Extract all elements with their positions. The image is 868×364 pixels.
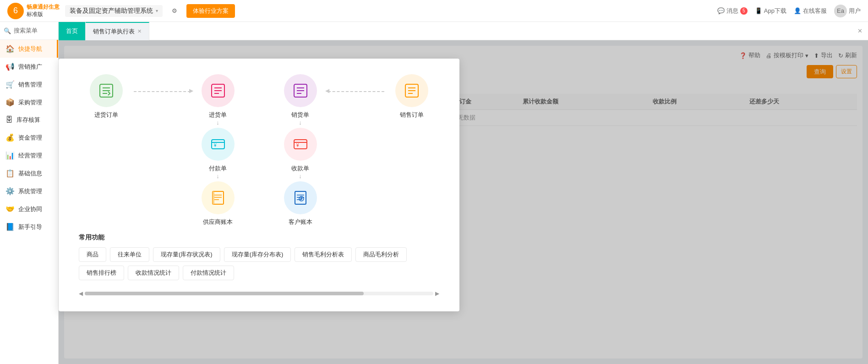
brand-name: 畅康通好生意 xyxy=(27,4,60,11)
flow-node-purchase-order[interactable]: 进货订单 xyxy=(79,74,134,119)
basicinfo-icon: 📋 xyxy=(5,169,15,178)
inventory-icon: 🗄 xyxy=(5,116,13,124)
common-func-title: 常用功能 xyxy=(79,234,439,242)
flow-node-payment[interactable]: ¥ 付款单 xyxy=(191,128,246,173)
brand-version: 标准版 xyxy=(27,11,60,18)
sidebar-item-inventory[interactable]: 🗄 库存核算 xyxy=(0,111,58,129)
arrow-down-sales: ↓ xyxy=(273,119,328,126)
system-title[interactable]: 装备及固定资产辅助管理系统 ▾ xyxy=(65,5,163,17)
scroll-left-arrow[interactable]: ◀ xyxy=(79,290,83,297)
page-content: ❓ 帮助 🖨 按模板打印 ▾ ⬆ 导出 ↻ xyxy=(59,40,868,364)
avatar: Ea xyxy=(834,5,847,17)
func-btn-stock-status[interactable]: 现存量(库存状况表) xyxy=(153,247,220,262)
svg-rect-27 xyxy=(295,191,306,204)
flow-row-1: 进货订单 ▶ xyxy=(79,74,439,119)
message-btn[interactable]: 💬 消息 5 xyxy=(717,7,748,15)
tab-bar: 首页 销售订单执行表 ✕ ✕ xyxy=(59,22,868,40)
tab-close-icon[interactable]: ✕ xyxy=(137,28,142,34)
sidebar-item-sales[interactable]: 🛒 销售管理 xyxy=(0,76,58,93)
sidebar-item-operations[interactable]: 📊 经营管理 xyxy=(0,147,58,164)
flow-node-receipt[interactable]: ¥ 收款单 xyxy=(273,128,328,173)
content-area: 首页 销售订单执行表 ✕ ✕ ❓ 帮助 xyxy=(59,22,868,364)
home-icon: 🏠 xyxy=(5,44,15,53)
user-menu[interactable]: Ea 用户 xyxy=(834,5,861,17)
online-service-btn[interactable]: 👤 在线客服 xyxy=(794,7,827,15)
download-icon: 📱 xyxy=(755,7,762,14)
try-btn[interactable]: 体验行业方案 xyxy=(186,4,235,18)
sidebar-item-newbie[interactable]: 📘 新手引导 xyxy=(0,218,58,236)
sidebar-item-purchase[interactable]: 📦 采购管理 xyxy=(0,93,58,111)
flow-arrows-down2: ↓ ↓ xyxy=(79,173,439,179)
logo-icon: 6 xyxy=(7,3,24,19)
func-btn-sales-ranking[interactable]: 销售排行榜 xyxy=(79,266,124,280)
sales-bill-icon xyxy=(284,74,317,107)
purchase-order-icon xyxy=(90,74,123,107)
close-all-tabs[interactable]: ✕ xyxy=(852,27,868,34)
settings-button[interactable]: ⚙ xyxy=(168,5,181,17)
sales-icon: 🛒 xyxy=(5,80,15,89)
func-btn-receipt-stats[interactable]: 收款情况统计 xyxy=(128,266,179,280)
flow-diagram: 进货订单 ▶ xyxy=(70,70,448,226)
flow-node-sales-bill[interactable]: 销货单 xyxy=(273,74,328,119)
func-buttons: 商品 往来单位 现存量(库存状况表) 现存量(库存分布表) 销售毛利分析表 商品… xyxy=(79,247,439,262)
sidebar-item-system[interactable]: ⚙️ 系统管理 xyxy=(0,182,58,200)
message-badge: 5 xyxy=(740,7,748,15)
enterprise-icon: 🤝 xyxy=(5,205,15,213)
flow-row-3: 供应商账本 客户账本 xyxy=(79,181,439,226)
common-functions: 常用功能 商品 往来单位 现存量(库存状况表) 现存量(库存分布表) 销售毛利分… xyxy=(70,226,448,285)
sidebar-item-finance[interactable]: 💰 资金管理 xyxy=(0,129,58,147)
sidebar-item-quick-guide[interactable]: 🏠 快捷导航 xyxy=(0,40,58,58)
flow-node-purchase-bill[interactable]: 进货单 xyxy=(191,74,246,119)
scroll-area: ◀ ▶ xyxy=(70,290,448,300)
newbie-icon: 📘 xyxy=(5,223,15,231)
chevron-down-icon: ▾ xyxy=(156,8,158,13)
func-btn-counterpart[interactable]: 往来单位 xyxy=(110,247,149,262)
payment-icon: ¥ xyxy=(202,128,235,161)
receipt-icon: ¥ xyxy=(284,128,317,161)
sidebar-item-marketing[interactable]: 📢 营销推广 xyxy=(0,58,58,76)
flow-node-sales-order[interactable]: 销售订单 xyxy=(384,74,439,119)
service-icon: 👤 xyxy=(794,7,801,14)
func-btn-payment-stats[interactable]: 付款情况统计 xyxy=(183,266,234,280)
app-container: 6 畅康通好生意 标准版 装备及固定资产辅助管理系统 ▾ ⚙ 体验行业方案 💬 … xyxy=(0,0,868,364)
sidebar-item-enterprise[interactable]: 🤝 企业协同 xyxy=(0,200,58,218)
operations-icon: 📊 xyxy=(5,151,15,160)
arrow-purchase-to-bill: ▶ xyxy=(134,91,191,102)
arrow-down-purchase: ↓ xyxy=(191,119,246,126)
sales-order-icon xyxy=(395,74,428,107)
arrow-down-payment: ↓ xyxy=(191,173,246,179)
arrow-down-receipt: ↓ xyxy=(273,173,328,179)
main-area: 🔍 搜索菜单 🏠 快捷导航 📢 营销推广 🛒 销售管理 📦 采购管理 🗄 xyxy=(0,22,868,364)
svg-rect-26 xyxy=(213,191,214,204)
flow-row-2: ¥ 付款单 ¥ 收款单 xyxy=(79,128,439,173)
func-buttons-row2: 销售排行榜 收款情况统计 付款情况统计 xyxy=(79,266,439,280)
svg-text:¥: ¥ xyxy=(213,143,217,148)
func-btn-stock-dist[interactable]: 现存量(库存分布表) xyxy=(224,247,291,262)
logo-area: 6 畅康通好生意 标准版 xyxy=(7,3,60,19)
purchase-icon: 📦 xyxy=(5,98,15,107)
customer-ledger-icon xyxy=(284,181,317,214)
tab-sales-order-exec[interactable]: 销售订单执行表 ✕ xyxy=(86,22,149,40)
search-icon: 🔍 xyxy=(4,27,11,34)
quick-guide-panel: 进货订单 ▶ xyxy=(59,59,459,311)
scroll-right-arrow[interactable]: ▶ xyxy=(435,290,439,297)
flow-node-customer-ledger[interactable]: 客户账本 xyxy=(273,181,328,226)
svg-text:¥: ¥ xyxy=(296,143,299,148)
app-download-btn[interactable]: 📱 App下载 xyxy=(755,7,786,15)
system-icon: ⚙️ xyxy=(5,187,15,196)
flow-arrows-down: ↓ ↓ xyxy=(79,119,439,126)
top-bar: 6 畅康通好生意 标准版 装备及固定资产辅助管理系统 ▾ ⚙ 体验行业方案 💬 … xyxy=(0,0,868,22)
scroll-track[interactable] xyxy=(85,292,433,295)
func-btn-product[interactable]: 商品 xyxy=(79,247,106,262)
marketing-icon: 📢 xyxy=(5,62,15,71)
supplier-ledger-icon xyxy=(202,181,235,214)
message-icon: 💬 xyxy=(717,7,725,14)
arrow-sales-order-to-bill: ◀ xyxy=(328,91,385,102)
func-btn-product-profit[interactable]: 商品毛利分析 xyxy=(355,247,407,262)
logo-text: 畅康通好生意 标准版 xyxy=(27,4,60,18)
sidebar-item-basic-info[interactable]: 📋 基础信息 xyxy=(0,164,58,182)
flow-node-supplier-ledger[interactable]: 供应商账本 xyxy=(191,181,246,226)
search-menu[interactable]: 🔍 搜索菜单 xyxy=(0,22,58,40)
func-btn-sales-profit[interactable]: 销售毛利分析表 xyxy=(295,247,352,262)
tab-home[interactable]: 首页 xyxy=(59,22,86,40)
